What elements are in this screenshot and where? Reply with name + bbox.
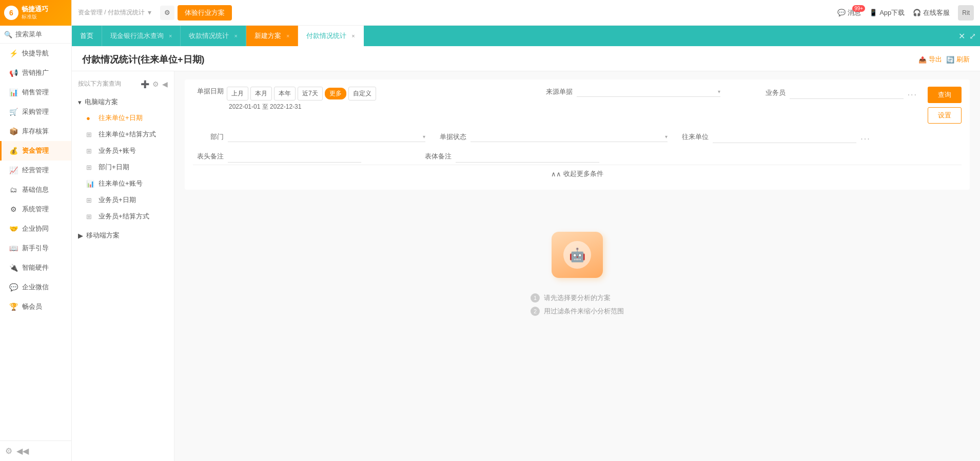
collapse-panel-btn[interactable]: ◀ [162,80,168,88]
main-area: 资金管理 / 付款情况统计 ▾ ⚙ 体验行业方案 💬 消息 99+ 📱 App下… [72,0,980,461]
export-label: 导出 [929,55,942,64]
desktop-group-header[interactable]: ▾ 电脑端方案 [72,94,174,110]
settings-footer-btn[interactable]: ⚙ [5,446,12,456]
empty-hints: 1 请先选择要分析的方案 2 用过滤条件来缩小分析范围 [531,293,624,320]
scheme-label: 部门+日期 [99,163,129,172]
sidebar-item-system[interactable]: ⚙ 系统管理 [0,199,71,219]
date-more-btn[interactable]: 更多 [325,88,346,99]
collapse-more-btn[interactable]: ∧∧ 收起更多条件 [193,165,962,183]
sidebar-item-inventory[interactable]: 📦 库存核算 [0,122,71,141]
query-area: 查询 设置 [928,87,962,124]
sidebar-item-finance[interactable]: 💰 资金管理 [0,141,71,161]
expand-btn[interactable]: ⤢ [969,31,976,41]
sidebar-item-label: 系统管理 [22,205,49,214]
sidebar-item-member[interactable]: 🏆 畅会员 [0,297,71,316]
sidebar-item-guide[interactable]: 📖 新手引导 [0,238,71,258]
search-menu[interactable]: 🔍 搜索菜单 [0,26,71,44]
sidebar-item-operations[interactable]: 📈 经营管理 [0,161,71,180]
operations-icon: 📈 [9,166,18,175]
dept-select[interactable]: ▾ [228,132,425,142]
breadcrumb-dropdown-icon[interactable]: ▾ [148,8,157,17]
collapse-sidebar-btn[interactable]: ◀◀ [16,446,29,456]
tab-receipt[interactable]: 收款情况统计 × [181,26,246,46]
app-download-btn[interactable]: 📱 App下载 [869,8,905,17]
query-btn[interactable]: 查询 [928,87,962,103]
date-last-month-btn[interactable]: 上月 [227,87,248,101]
topbar: 资金管理 / 付款情况统计 ▾ ⚙ 体验行业方案 💬 消息 99+ 📱 App下… [72,0,980,26]
scheme-label: 往来单位+账号 [99,179,143,188]
export-btn[interactable]: 📤 导出 [918,55,942,64]
date-this-year-btn[interactable]: 本年 [274,87,296,101]
staff-dots[interactable]: ... [908,88,917,97]
scheme-dept-date[interactable]: ⊞ 部门+日期 [72,159,174,175]
staff-input[interactable] [790,87,903,99]
topbar-settings-btn[interactable]: ⚙ [160,6,174,20]
scheme-staff-payment[interactable]: ⊞ 业务员+结算方式 [72,208,174,225]
date-custom-btn[interactable]: 自定义 [348,87,376,101]
scheme-label: 业务员+账号 [99,146,136,155]
add-scheme-btn[interactable]: ➕ [141,80,149,88]
tab-new-scheme-close[interactable]: × [286,33,289,39]
tab-bank-close[interactable]: × [169,33,172,39]
scheme-staff-date[interactable]: ⊞ 业务员+日期 [72,192,174,208]
refresh-btn[interactable]: 🔄 刷新 [946,55,970,64]
purchase-icon: 🛒 [9,107,18,116]
tab-new-scheme[interactable]: 新建方案 × [246,26,298,46]
body-note-input[interactable] [456,150,599,163]
scheme-unit-date[interactable]: ● 往来单位+日期 [72,110,174,126]
sidebar-item-basic[interactable]: 🗂 基础信息 [0,180,71,199]
finance-icon: 💰 [9,146,18,155]
sidebar-item-sales[interactable]: 📊 销售管理 [0,83,71,102]
dept-arrow-icon: ▾ [423,134,425,139]
tab-payment[interactable]: 付款情况统计 × [298,26,363,46]
scheme-unit-payment[interactable]: ⊞ 往来单位+结算方式 [72,126,174,143]
tab-home[interactable]: 首页 [72,26,102,46]
date-7days-btn[interactable]: 近7天 [298,87,323,101]
source-select[interactable]: ▾ [577,87,720,97]
sidebar-footer: ⚙ ◀◀ [0,440,71,461]
message-icon: 💬 [837,9,846,16]
user-avatar[interactable]: Rit [958,5,974,21]
member-icon: 🏆 [9,302,18,311]
close-all-btn[interactable]: ✕ [958,31,965,41]
sidebar-item-enterprise[interactable]: 🤝 企业协同 [0,219,71,238]
sidebar-item-purchase[interactable]: 🛒 采购管理 [0,102,71,122]
sidebar-item-wechat[interactable]: 💬 企业微信 [0,277,71,297]
scheme-label: 业务员+结算方式 [99,212,149,221]
mobile-group-header[interactable]: ▶ 移动端方案 [72,228,174,243]
export-icon: 📤 [918,56,927,64]
sidebar-item-marketing[interactable]: 📢 营销推广 [0,63,71,83]
sidebar-item-hardware[interactable]: 🔌 智能硬件 [0,258,71,277]
scheme-staff-account[interactable]: ⊞ 业务员+账号 [72,143,174,159]
left-panel-icons: ➕ ⚙ ◀ [141,80,168,88]
source-arrow-icon: ▾ [718,89,720,94]
online-service-btn[interactable]: 🎧 在线客服 [913,8,950,17]
set-btn[interactable]: 设置 [928,107,962,124]
unit-dots[interactable]: ... [860,132,870,142]
mobile-scheme-group: ▶ 移动端方案 [72,228,174,243]
trial-btn[interactable]: 体验行业方案 [178,5,232,21]
message-btn[interactable]: 💬 消息 99+ [837,8,861,17]
unit-label: 往来单位 [678,132,709,142]
bill-status-select[interactable]: ▾ [471,132,668,142]
app-label: App下载 [879,8,905,17]
sidebar-item-label: 新手引导 [22,244,49,253]
unit-input[interactable] [713,131,856,143]
scheme-table4-icon: ⊞ [86,196,94,204]
header-note-input[interactable] [228,150,361,163]
header-note-label: 表头备注 [193,152,224,161]
collapse-label: 收起更多条件 [563,169,603,178]
tab-bank[interactable]: 现金银行流水查询 × [102,26,181,46]
scheme-unit-account[interactable]: 📊 往来单位+账号 [72,175,174,192]
scheme-settings-btn[interactable]: ⚙ [152,80,159,88]
bill-status-arrow-icon: ▾ [665,134,668,139]
date-this-month-btn[interactable]: 本月 [250,87,272,101]
empty-hint-2: 2 用过滤条件来缩小分析范围 [531,307,624,316]
page-title: 付款情况统计(往来单位+日期) [82,53,205,66]
sidebar-item-shortcut[interactable]: ⚡ 快捷导航 [0,44,71,63]
sales-icon: 📊 [9,88,18,97]
tab-receipt-close[interactable]: × [234,33,237,39]
source-label: 来源单据 [542,87,573,96]
tab-payment-close[interactable]: × [351,33,355,39]
collapse-up-icon: ∧∧ [551,170,561,178]
